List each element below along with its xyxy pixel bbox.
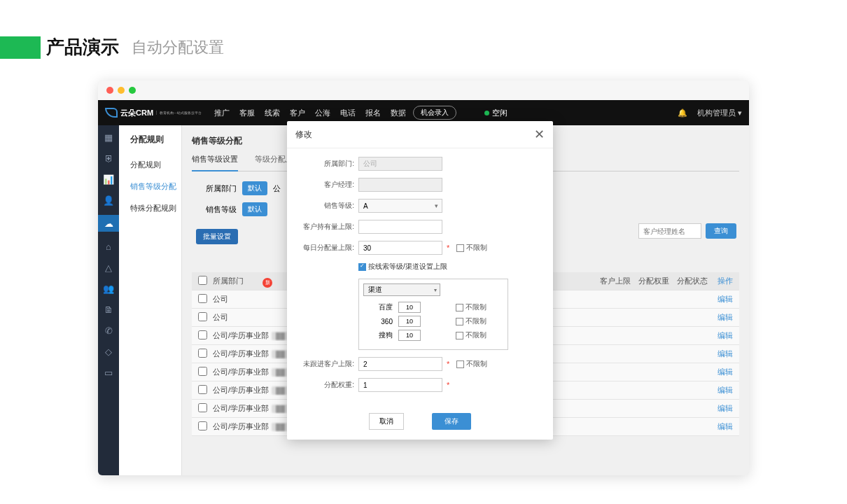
edit-link[interactable]: 编辑 [711, 403, 739, 414]
channel-value-input[interactable] [398, 302, 421, 313]
nav-items: 推广 客服 线索 客户 公海 电话 报名 数据 [214, 108, 406, 118]
channel-row: 百度 不限制 [359, 300, 507, 314]
row-checkbox[interactable] [198, 349, 207, 358]
sidebar-icon-tag[interactable]: ◇ [102, 345, 115, 358]
record-opportunity-button[interactable]: 机会录入 [413, 106, 456, 120]
row-checkbox[interactable] [198, 294, 207, 303]
m-unfollow-label: 未跟进客户上限: [300, 359, 358, 369]
edit-modal: 修改 ✕ 所属部门: 客户经理: 销售等级:A 客户持有量上限: 每日分配量上限… [287, 121, 553, 440]
bell-icon[interactable]: 🔔 [678, 108, 687, 118]
nav-item-pool[interactable]: 公海 [315, 108, 330, 118]
select-all-checkbox[interactable] [198, 276, 207, 285]
user-menu[interactable]: 机构管理员 ▾ [697, 108, 742, 118]
page-subtitle: 自动分配设置 [132, 37, 224, 58]
status-indicator: 空闲 [484, 108, 507, 118]
edit-link[interactable]: 编辑 [711, 312, 739, 323]
manager-search-input[interactable] [638, 223, 701, 239]
sidebar-icon-phone[interactable]: ✆ [102, 324, 115, 337]
nav-item-signup[interactable]: 报名 [365, 108, 381, 118]
sidebar-icon-card[interactable]: ▭ [102, 366, 115, 379]
channel-type-select[interactable]: 渠道 [363, 284, 440, 296]
channel-unlimited[interactable]: 不限制 [456, 316, 486, 326]
nav-item-customers[interactable]: 客户 [290, 108, 305, 118]
new-badge: 新 [262, 278, 272, 288]
m-by-channel-checkbox[interactable]: 按线索等级/渠道设置上限 [358, 262, 447, 272]
channel-unlimited[interactable]: 不限制 [456, 302, 486, 312]
m-daily-input[interactable] [358, 241, 442, 255]
sidebar-icon-team[interactable]: 👥 [102, 282, 115, 295]
m-daily-label: 每日分配量上限: [300, 243, 358, 253]
page-header: 产品演示 自动分配设置 [0, 0, 847, 80]
close-window-dot[interactable] [106, 87, 113, 94]
batch-set-button[interactable]: 批量设置 [196, 229, 238, 244]
cancel-button[interactable]: 取消 [369, 413, 404, 430]
nav-item-leads[interactable]: 线索 [265, 108, 280, 118]
sidebar-icon-shield[interactable]: ⛨ [102, 152, 115, 164]
sidebar-icon-user[interactable]: 👤 [102, 194, 115, 206]
row-checkbox[interactable] [198, 330, 207, 340]
tab-level-setting[interactable]: 销售等级设置 [192, 154, 238, 172]
edit-link[interactable]: 编辑 [711, 421, 739, 432]
page-title: 产品演示 [46, 35, 119, 59]
row-checkbox[interactable] [198, 367, 207, 376]
browser-window: 云朵CRM 教育机构一站式服务云平台 推广 客服 线索 客户 公海 电话 报名 … [98, 80, 749, 475]
nav-item-data[interactable]: 数据 [391, 108, 406, 118]
row-checkbox[interactable] [198, 421, 207, 430]
channel-name: 360 [363, 318, 398, 326]
side-panel: 分配规则 分配规则 销售等级分配 特殊分配规则 [119, 125, 182, 475]
channel-value-input[interactable] [398, 330, 421, 341]
edit-link[interactable]: 编辑 [711, 385, 739, 396]
edit-link[interactable]: 编辑 [711, 330, 739, 341]
side-item-special[interactable]: 特殊分配规则 [119, 197, 181, 219]
modal-title: 修改 [295, 129, 312, 141]
m-dept-input [358, 157, 442, 171]
maximize-window-dot[interactable] [129, 87, 136, 94]
side-item-sales-level[interactable]: 销售等级分配 [119, 176, 181, 197]
side-panel-title: 分配规则 [119, 125, 181, 154]
edit-link[interactable]: 编辑 [711, 349, 739, 359]
level-default-button[interactable]: 默认 [242, 202, 267, 216]
sidebar-icon-doc[interactable]: 🗎 [102, 303, 115, 316]
row-checkbox[interactable] [198, 312, 207, 321]
nav-item-promotion[interactable]: 推广 [214, 108, 230, 118]
col-limit: 客户上限 [596, 276, 634, 286]
m-weight-input[interactable] [358, 378, 442, 392]
level-label: 销售等级 [206, 204, 237, 215]
edit-link[interactable]: 编辑 [711, 367, 739, 377]
m-weight-label: 分配权重: [300, 380, 358, 390]
logo-name: 云朵CRM [120, 109, 153, 117]
m-unfollow-unlimited[interactable]: 不限制 [456, 359, 487, 369]
m-manager-input [358, 178, 442, 192]
minimize-window-dot[interactable] [118, 87, 125, 94]
sidebar-icon-warning[interactable]: △ [102, 261, 115, 274]
nav-item-phone[interactable]: 电话 [340, 108, 356, 118]
row-checkbox[interactable] [198, 403, 207, 412]
channel-unlimited[interactable]: 不限制 [456, 330, 486, 340]
m-level-label: 销售等级: [300, 201, 358, 211]
nav-item-service[interactable]: 客服 [239, 108, 255, 118]
m-hold-input[interactable] [358, 220, 442, 234]
m-unfollow-input[interactable] [358, 357, 442, 371]
save-button[interactable]: 保存 [432, 413, 471, 430]
accent-block [0, 36, 41, 59]
icon-sidebar: ▦ ⛨ 📊 👤 ☁ ⌂ △ 👥 🗎 ✆ ◇ ▭ [98, 125, 119, 475]
m-dept-label: 所属部门: [300, 159, 358, 169]
sidebar-icon-flow[interactable]: ☁ [98, 215, 119, 232]
m-manager-label: 客户经理: [300, 180, 358, 190]
sidebar-icon-chart[interactable]: 📊 [102, 173, 115, 186]
query-button[interactable]: 查询 [706, 223, 736, 239]
channel-box: 渠道 百度 不限制360 不限制搜狗 不限制 [358, 279, 508, 350]
status-dot-icon [484, 111, 489, 115]
close-icon[interactable]: ✕ [534, 127, 545, 142]
col-weight: 分配权重 [634, 276, 673, 286]
side-item-rule[interactable]: 分配规则 [119, 154, 181, 176]
dept-default-button[interactable]: 默认 [242, 181, 267, 195]
sidebar-icon-home[interactable]: ⌂ [102, 240, 115, 253]
channel-value-input[interactable] [398, 316, 421, 327]
m-level-select[interactable]: A [358, 199, 442, 213]
logo[interactable]: 云朵CRM 教育机构一站式服务云平台 [105, 108, 202, 118]
m-daily-unlimited[interactable]: 不限制 [456, 243, 487, 253]
row-checkbox[interactable] [198, 385, 207, 394]
edit-link[interactable]: 编辑 [711, 294, 739, 304]
sidebar-icon-dashboard[interactable]: ▦ [102, 131, 115, 144]
